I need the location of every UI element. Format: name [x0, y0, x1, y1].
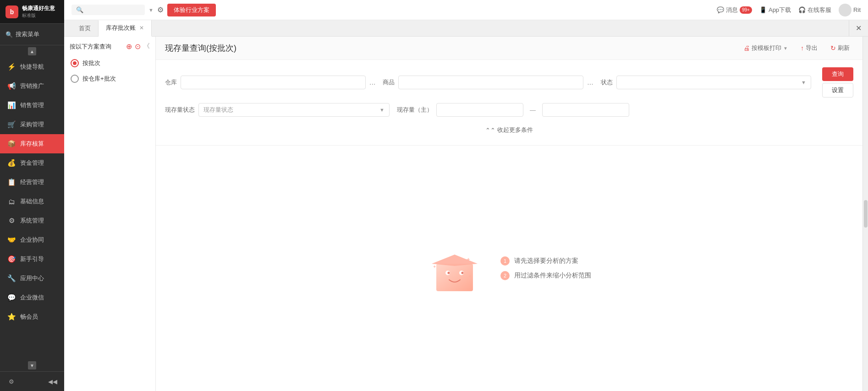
- topbar-search-box[interactable]: 🔍: [71, 5, 145, 15]
- sidebar-item-label: 库存核算: [20, 140, 44, 148]
- topbar: 🔍 ▼ ⚙ 体验行业方案 💬 消息 99+ 📱 App下载 🎧 在线客服: [64, 0, 868, 20]
- collapse-more-label: 收起更多条件: [497, 126, 533, 134]
- sidebar-item-system[interactable]: ⚙ 系统管理: [0, 211, 64, 230]
- query-buttons-group: 查询 设置: [822, 67, 853, 98]
- sidebar-item-label: 新手引导: [20, 255, 44, 263]
- sidebar: b 畅康通好生意 标准版 🔍 搜索菜单 ▲ ⚡ 快捷导航 📢 营销推广 📊 销售…: [0, 0, 64, 391]
- inventory-status-dropdown-icon: ▼: [379, 107, 385, 113]
- sidebar-item-operations[interactable]: 📋 经营管理: [0, 173, 64, 192]
- topbar-dropdown-icon[interactable]: ▼: [148, 7, 154, 13]
- search-menu-label: 搜索菜单: [16, 30, 39, 38]
- sidebar-item-member[interactable]: ⭐ 畅会员: [0, 307, 64, 326]
- print-template-button[interactable]: 🖨 按模板打印 ▼: [740, 42, 791, 54]
- topbar-left: 🔍 ▼ ⚙ 体验行业方案: [71, 4, 711, 16]
- warehouse-dots[interactable]: ...: [369, 78, 375, 87]
- scroll-down-btn[interactable]: ▼: [28, 361, 36, 369]
- refresh-button[interactable]: ↻ 刷新: [827, 42, 853, 54]
- online-service-button[interactable]: 🎧 在线客服: [798, 6, 831, 14]
- add-scheme-icon[interactable]: ⊕: [126, 42, 132, 51]
- sidebar-search-section: 🔍 搜索菜单: [0, 24, 64, 45]
- scroll-up-btn[interactable]: ▲: [28, 47, 36, 55]
- refresh-label: 刷新: [838, 44, 850, 52]
- sidebar-scroll-down[interactable]: ▼: [0, 359, 64, 371]
- scheme-by-warehouse-batch[interactable]: 按仓库+批次: [64, 71, 155, 87]
- collapse-panel-icon[interactable]: 《: [143, 42, 150, 51]
- sidebar-item-basics[interactable]: 🗂 基础信息: [0, 192, 64, 211]
- settings-scheme-icon[interactable]: ⊙: [135, 42, 141, 51]
- app-download-label: App下载: [769, 6, 791, 14]
- topbar-right: 💬 消息 99+ 📱 App下载 🎧 在线客服 Rit: [717, 4, 861, 16]
- warehouse-label: 仓库: [165, 78, 177, 87]
- warehouse-filter-field: 仓库 ...: [165, 76, 375, 89]
- member-icon: ⭐: [7, 313, 16, 321]
- message-icon: 💬: [717, 6, 724, 13]
- app-download-button[interactable]: 📱 App下载: [759, 6, 791, 14]
- empty-state: ✦ ✦ ✦ 1 请先选择要分析的方案 2 用过滤条件来缩小分析范围: [156, 146, 863, 391]
- product-dots[interactable]: ...: [587, 78, 593, 87]
- inventory-qty-filter-field: 现存量（主） —: [397, 103, 621, 117]
- qty-dash: —: [530, 107, 536, 114]
- export-button[interactable]: ↑ 导出: [797, 42, 821, 54]
- collapse-sidebar-button[interactable]: ◀◀: [48, 376, 58, 386]
- inventory-status-label: 现存量状态: [165, 106, 195, 114]
- sidebar-item-quick-nav[interactable]: ⚡ 快捷导航: [0, 57, 64, 76]
- sidebar-item-label: 资金管理: [20, 159, 44, 167]
- inventory-qty-from[interactable]: [436, 103, 523, 117]
- sidebar-item-newbie[interactable]: 🎯 新手引导: [0, 250, 64, 269]
- inventory-status-select[interactable]: 现存量状态 ▼: [198, 103, 390, 117]
- sidebar-scroll-up[interactable]: ▲: [0, 45, 64, 57]
- message-button[interactable]: 💬 消息 99+: [717, 6, 752, 14]
- inventory-qty-to[interactable]: [542, 103, 629, 117]
- user-profile-button[interactable]: Rit: [839, 4, 861, 16]
- scrollbar-handle: [864, 200, 868, 228]
- sidebar-title-block: 畅康通好生意 标准版: [22, 5, 55, 19]
- sidebar-item-sales[interactable]: 📊 销售管理: [0, 96, 64, 115]
- settings-icon[interactable]: ⚙: [6, 376, 16, 386]
- sidebar-item-wechat[interactable]: 💬 企业微信: [0, 288, 64, 307]
- product-input[interactable]: [398, 76, 583, 89]
- tabbar-close-button[interactable]: ✕: [849, 20, 868, 36]
- warehouse-input[interactable]: [181, 76, 366, 89]
- system-icon: ⚙: [7, 217, 16, 225]
- scheme-by-batch-label: 按批次: [82, 59, 100, 67]
- query-button[interactable]: 查询: [822, 67, 853, 81]
- inventory-icon: 📦: [7, 140, 16, 148]
- quick-nav-icon: ⚡: [7, 63, 16, 71]
- experience-industry-button[interactable]: 体验行业方案: [167, 4, 216, 16]
- filter-title-actions: ⊕ ⊙ 《: [126, 42, 150, 51]
- status-select[interactable]: ▼: [616, 76, 811, 89]
- svg-point-5: [461, 272, 464, 274]
- svg-rect-0: [436, 264, 473, 291]
- basics-icon: 🗂: [7, 197, 16, 206]
- sidebar-item-label: 基础信息: [20, 197, 44, 206]
- print-dropdown-icon: ▼: [783, 46, 788, 51]
- settings-button[interactable]: 设置: [822, 83, 853, 98]
- search-menu-button[interactable]: 🔍 搜索菜单: [5, 28, 59, 40]
- sidebar-nav: ⚡ 快捷导航 📢 营销推广 📊 销售管理 🛒 采购管理 📦 库存核算 💰 资金管…: [0, 57, 64, 359]
- page-title: 现存量查询(按批次): [165, 43, 236, 54]
- sidebar-item-label: 畅会员: [20, 313, 38, 321]
- scheme-inactive-radio-icon: [71, 75, 79, 83]
- tab-home[interactable]: 首页: [71, 21, 99, 36]
- tab-close-icon[interactable]: ✕: [139, 25, 144, 31]
- content-area: 按以下方案查询 ⊕ ⊙ 《 按批次 按仓库+批次 现存量查询(按批次): [64, 37, 868, 391]
- tab-batch-inventory[interactable]: 库存批次账 ✕: [99, 20, 152, 37]
- page-actions: 🖨 按模板打印 ▼ ↑ 导出 ↻ 刷新: [740, 42, 853, 54]
- topbar-gear-icon[interactable]: ⚙: [157, 5, 164, 14]
- scheme-by-batch[interactable]: 按批次: [64, 55, 155, 71]
- app-center-icon: 🔧: [7, 274, 16, 282]
- step-1-text: 请先选择要分析的方案: [514, 257, 578, 265]
- right-scrollbar[interactable]: [863, 37, 868, 391]
- sidebar-item-purchase[interactable]: 🛒 采购管理: [0, 115, 64, 134]
- sidebar-item-finance[interactable]: 💰 资金管理: [0, 153, 64, 173]
- sidebar-item-marketing[interactable]: 📢 营销推广: [0, 76, 64, 96]
- step-2-number: 2: [500, 271, 510, 280]
- sidebar-item-app-center[interactable]: 🔧 应用中心: [0, 269, 64, 288]
- message-label: 消息: [726, 6, 738, 14]
- filter-row-1: 仓库 ... 商品 ... 状态 ▼: [165, 67, 853, 98]
- close-icon: ✕: [856, 24, 862, 33]
- collapse-more-button[interactable]: ⌃⌃ 收起更多条件: [165, 122, 853, 138]
- sidebar-item-inventory[interactable]: 📦 库存核算: [0, 134, 64, 153]
- sidebar-item-enterprise[interactable]: 🤝 企业协同: [0, 230, 64, 250]
- search-icon: 🔍: [5, 31, 13, 38]
